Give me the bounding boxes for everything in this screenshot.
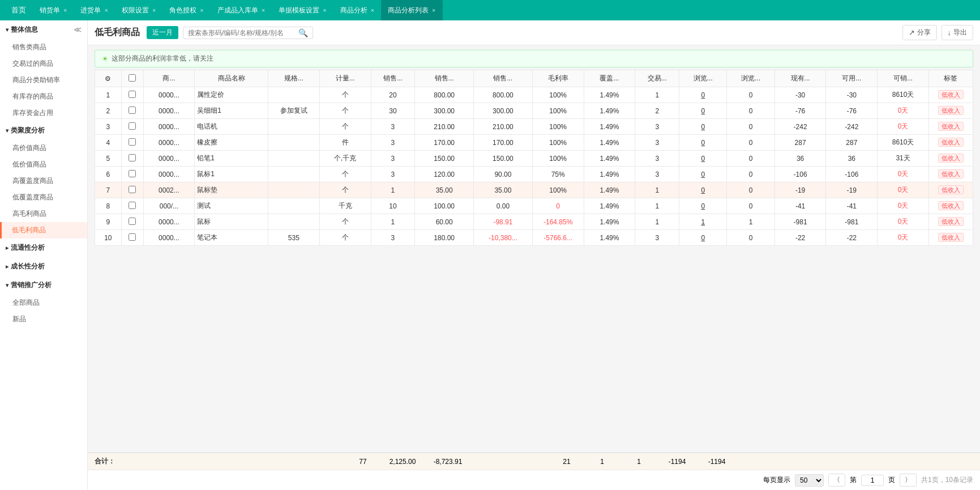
row-checkbox[interactable] — [129, 170, 136, 177]
sidebar-group-cluster[interactable]: ▾ 类聚度分析 — [0, 121, 87, 140]
row-check[interactable] — [121, 182, 143, 198]
row-checkbox[interactable] — [129, 138, 136, 146]
sidebar-group-flow[interactable]: ▸ 流通性分析 — [0, 238, 87, 257]
col-browse2[interactable]: 浏览... — [727, 70, 774, 87]
close-icon[interactable]: × — [63, 7, 67, 14]
row-name[interactable]: 笔记本 — [195, 230, 268, 246]
period-button[interactable]: 近一月 — [147, 26, 178, 39]
row-name[interactable]: 鼠标1 — [195, 167, 268, 182]
sidebar-item-high-coverage[interactable]: 高覆盖度商品 — [0, 173, 87, 189]
sidebar-item-category-rate[interactable]: 商品分类助销率 — [0, 72, 87, 88]
close-icon[interactable]: × — [432, 7, 435, 14]
row-name[interactable]: 鼠标 — [195, 214, 268, 230]
sidebar-group-marketing[interactable]: ▾ 营销推广分析 — [0, 276, 87, 295]
row-browse1[interactable]: 0 — [679, 230, 727, 246]
row-check[interactable] — [121, 167, 143, 182]
nav-item-template[interactable]: 单据模板设置 × — [272, 0, 333, 20]
nav-item-sales[interactable]: 销货单 × — [33, 0, 74, 20]
col-sales-profit[interactable]: 销售... — [474, 70, 533, 87]
nav-item-role[interactable]: 角色授权 × — [162, 0, 210, 20]
nav-item-permission[interactable]: 权限设置 × — [115, 0, 162, 20]
row-checkbox[interactable] — [129, 218, 136, 225]
row-checkbox[interactable] — [129, 186, 136, 193]
row-name[interactable]: 测试 — [195, 198, 268, 214]
close-icon[interactable]: × — [371, 7, 374, 14]
row-check[interactable] — [121, 230, 143, 246]
search-icon[interactable]: 🔍 — [298, 28, 308, 37]
row-check[interactable] — [121, 151, 143, 167]
col-code[interactable]: 商... — [143, 70, 195, 87]
sidebar-item-all-products[interactable]: 全部商品 — [0, 295, 87, 311]
sidebar-item-sales-products[interactable]: 销售类商品 — [0, 39, 87, 56]
row-name[interactable]: 属性定价 — [195, 87, 268, 103]
row-checkbox[interactable] — [129, 122, 136, 130]
row-name[interactable]: 吴细细1 — [195, 103, 268, 119]
col-settings[interactable]: ⚙ — [95, 70, 122, 87]
row-checkbox[interactable] — [129, 233, 136, 241]
row-name[interactable]: 铅笔1 — [195, 151, 268, 167]
sidebar-item-low-profit[interactable]: 低毛利商品 — [0, 222, 87, 238]
row-check[interactable] — [121, 135, 143, 151]
row-browse1[interactable]: 0 — [679, 151, 727, 167]
row-browse1[interactable]: 0 — [679, 135, 727, 151]
col-sellable-days[interactable]: 可销... — [878, 70, 929, 87]
row-browse1[interactable]: 0 — [679, 87, 727, 103]
row-browse1[interactable]: 0 — [679, 119, 727, 135]
row-checkbox[interactable] — [129, 202, 136, 209]
row-check[interactable] — [121, 87, 143, 103]
col-current-stock[interactable]: 现有... — [774, 70, 826, 87]
col-available-stock[interactable]: 可用... — [826, 70, 878, 87]
col-coverage[interactable]: 覆盖... — [584, 70, 635, 87]
row-browse1[interactable]: 0 — [679, 103, 727, 119]
close-icon[interactable]: × — [262, 7, 265, 14]
row-name[interactable]: 电话机 — [195, 119, 268, 135]
row-name[interactable]: 橡皮擦 — [195, 135, 268, 151]
sidebar-item-stock-capital[interactable]: 库存资金占用 — [0, 105, 87, 121]
search-box[interactable]: 🔍 — [183, 27, 313, 39]
row-checkbox[interactable] — [129, 91, 136, 98]
row-checkbox[interactable] — [129, 106, 136, 114]
col-browse1[interactable]: 浏览... — [679, 70, 727, 87]
sidebar-item-new-products[interactable]: 新品 — [0, 311, 87, 327]
row-browse1[interactable]: 1 — [679, 214, 727, 230]
nav-item-product-analysis-list[interactable]: 商品分析列表 × — [381, 0, 442, 20]
row-check[interactable] — [121, 198, 143, 214]
col-spec[interactable]: 规格... — [268, 70, 320, 87]
row-check[interactable] — [121, 214, 143, 230]
share-button[interactable]: ↗ 分享 — [902, 25, 937, 40]
next-page-button[interactable]: 〉 — [900, 474, 917, 487]
row-check[interactable] — [121, 119, 143, 135]
col-name[interactable]: 商品名称 — [195, 70, 268, 87]
row-check[interactable] — [121, 103, 143, 119]
col-tag[interactable]: 标签 — [928, 70, 973, 87]
row-checkbox[interactable] — [129, 154, 136, 161]
search-input[interactable] — [188, 29, 298, 37]
nav-item-product-analysis[interactable]: 商品分析 × — [333, 0, 381, 20]
sidebar-group-growth[interactable]: ▸ 成长性分析 — [0, 257, 87, 276]
sidebar-item-low-coverage[interactable]: 低覆盖度商品 — [0, 189, 87, 206]
sidebar-item-high-value[interactable]: 高价值商品 — [0, 140, 87, 156]
col-sales-amount[interactable]: 销售... — [415, 70, 474, 87]
close-icon[interactable]: × — [323, 7, 326, 14]
page-number-input[interactable] — [861, 475, 884, 486]
close-icon[interactable]: × — [200, 7, 203, 14]
sidebar-item-high-profit[interactable]: 高毛利商品 — [0, 206, 87, 222]
close-icon[interactable]: × — [152, 7, 156, 14]
col-transaction[interactable]: 交易... — [635, 70, 679, 87]
sidebar-group-overall[interactable]: ▾ 整体信息 ≪ — [0, 20, 87, 39]
close-icon[interactable]: × — [104, 7, 108, 14]
per-page-select[interactable]: 50 100 200 — [795, 474, 824, 487]
nav-item-stock-in[interactable]: 产成品入库单 × — [211, 0, 272, 20]
collapse-icon[interactable]: ≪ — [74, 25, 82, 34]
prev-page-button[interactable]: 〈 — [828, 474, 845, 487]
row-browse1[interactable]: 0 — [679, 182, 727, 198]
sidebar-item-low-value[interactable]: 低价值商品 — [0, 156, 87, 173]
nav-item-home[interactable]: 首页 — [5, 0, 33, 20]
col-check[interactable] — [121, 70, 143, 87]
col-sales-qty[interactable]: 销售... — [371, 70, 415, 87]
col-gross-margin[interactable]: 毛利率 — [532, 70, 584, 87]
nav-item-purchase[interactable]: 进货单 × — [74, 0, 114, 20]
col-unit[interactable]: 计量... — [319, 70, 371, 87]
row-name[interactable]: 鼠标垫 — [195, 182, 268, 198]
sidebar-item-traded-products[interactable]: 交易过的商品 — [0, 56, 87, 72]
